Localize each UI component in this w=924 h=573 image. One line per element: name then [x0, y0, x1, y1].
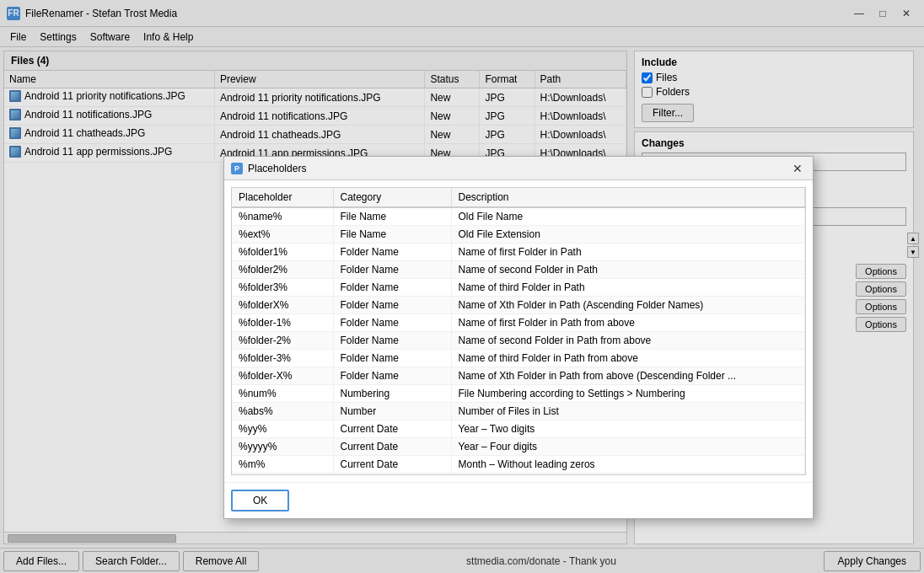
- ph-category: Folder Name: [333, 332, 451, 350]
- ph-col-category: Category: [333, 188, 451, 207]
- modal-overlay: P Placeholders ✕ Placeholder Category De…: [0, 0, 924, 573]
- ph-placeholder: %folder-1%: [232, 314, 333, 332]
- ok-button[interactable]: OK: [231, 490, 289, 511]
- ph-description: Name of second Folder in Path from above: [451, 332, 805, 350]
- ph-placeholder: %mm%: [232, 474, 333, 475]
- placeholders-modal: P Placeholders ✕ Placeholder Category De…: [223, 156, 814, 519]
- modal-body: Placeholder Category Description %name% …: [224, 180, 813, 482]
- placeholder-row[interactable]: %name% File Name Old File Name: [232, 207, 805, 226]
- ph-category: File Name: [333, 226, 451, 244]
- ph-placeholder: %folder3%: [232, 279, 333, 297]
- ph-col-description: Description: [451, 188, 805, 207]
- placeholder-row[interactable]: %num% Numbering File Numbering according…: [232, 385, 805, 403]
- placeholder-row[interactable]: %mm% Current Date Month – Two digits wit…: [232, 474, 805, 475]
- placeholder-row[interactable]: %folder-3% Folder Name Name of third Fol…: [232, 350, 805, 367]
- ph-description: Name of first Folder in Path: [451, 244, 805, 261]
- ph-placeholder: %folder-3%: [232, 350, 333, 367]
- ph-description: Year – Two digits: [451, 420, 805, 438]
- ph-description: Old File Extension: [451, 226, 805, 244]
- ph-category: Number: [333, 403, 451, 420]
- ph-category: Folder Name: [333, 261, 451, 279]
- ph-category: Folder Name: [333, 350, 451, 367]
- ph-placeholder: %folder1%: [232, 244, 333, 261]
- ph-placeholder: %yyyy%: [232, 438, 333, 456]
- placeholder-row[interactable]: %folder-2% Folder Name Name of second Fo…: [232, 332, 805, 350]
- ph-description: File Numbering according to Settings > N…: [451, 385, 805, 403]
- ph-category: Folder Name: [333, 367, 451, 385]
- ph-placeholder: %folder-X%: [232, 367, 333, 385]
- placeholder-row[interactable]: %yy% Current Date Year – Two digits: [232, 420, 805, 438]
- modal-close-button[interactable]: ✕: [789, 161, 806, 176]
- ph-description: Name of second Folder in Path: [451, 261, 805, 279]
- ph-placeholder: %ext%: [232, 226, 333, 244]
- ph-placeholder: %yy%: [232, 420, 333, 438]
- ph-description: Name of Xth Folder in Path from above (D…: [451, 367, 805, 385]
- placeholder-row[interactable]: %abs% Number Number of Files in List: [232, 403, 805, 420]
- ph-description: Number of Files in List: [451, 403, 805, 420]
- ph-placeholder: %folderX%: [232, 297, 333, 314]
- ph-description: Year – Four digits: [451, 438, 805, 456]
- ph-description: Name of third Folder in Path: [451, 279, 805, 297]
- ph-placeholder: %folder2%: [232, 261, 333, 279]
- ph-category: Folder Name: [333, 314, 451, 332]
- ph-description: Month – Without leading zeros: [451, 456, 805, 474]
- ph-category: Folder Name: [333, 244, 451, 261]
- placeholder-row[interactable]: %folderX% Folder Name Name of Xth Folder…: [232, 297, 805, 314]
- ph-description: Old File Name: [451, 207, 805, 226]
- ph-category: Folder Name: [333, 279, 451, 297]
- modal-title: Placeholders: [248, 163, 789, 174]
- placeholder-row[interactable]: %folder-1% Folder Name Name of first Fol…: [232, 314, 805, 332]
- ph-placeholder: %name%: [232, 207, 333, 226]
- placeholder-row[interactable]: %folder3% Folder Name Name of third Fold…: [232, 279, 805, 297]
- ph-description: Name of Xth Folder in Path (Ascending Fo…: [451, 297, 805, 314]
- modal-footer: OK: [224, 482, 813, 518]
- placeholder-row[interactable]: %folder2% Folder Name Name of second Fol…: [232, 261, 805, 279]
- placeholder-row[interactable]: %yyyy% Current Date Year – Four digits: [232, 438, 805, 456]
- placeholder-row[interactable]: %ext% File Name Old File Extension: [232, 226, 805, 244]
- modal-icon: P: [231, 163, 243, 174]
- ph-category: Numbering: [333, 385, 451, 403]
- ph-description: Month – Two digits with leading zeros: [451, 474, 805, 475]
- placeholder-table-container: Placeholder Category Description %name% …: [231, 187, 806, 475]
- placeholder-table: Placeholder Category Description %name% …: [232, 188, 805, 474]
- ph-placeholder: %folder-2%: [232, 332, 333, 350]
- ph-category: Current Date: [333, 474, 451, 475]
- ph-placeholder: %m%: [232, 456, 333, 474]
- ph-placeholder: %num%: [232, 385, 333, 403]
- ph-col-placeholder: Placeholder: [232, 188, 333, 207]
- placeholder-row[interactable]: %m% Current Date Month – Without leading…: [232, 456, 805, 474]
- ph-description: Name of third Folder in Path from above: [451, 350, 805, 367]
- ph-category: Current Date: [333, 456, 451, 474]
- ph-category: Current Date: [333, 420, 451, 438]
- ph-description: Name of first Folder in Path from above: [451, 314, 805, 332]
- placeholder-scroll[interactable]: Placeholder Category Description %name% …: [232, 188, 805, 474]
- modal-title-bar: P Placeholders ✕: [224, 157, 813, 180]
- ph-category: Current Date: [333, 438, 451, 456]
- ph-category: Folder Name: [333, 297, 451, 314]
- ph-category: File Name: [333, 207, 451, 226]
- placeholder-row[interactable]: %folder-X% Folder Name Name of Xth Folde…: [232, 367, 805, 385]
- ph-placeholder: %abs%: [232, 403, 333, 420]
- placeholder-row[interactable]: %folder1% Folder Name Name of first Fold…: [232, 244, 805, 261]
